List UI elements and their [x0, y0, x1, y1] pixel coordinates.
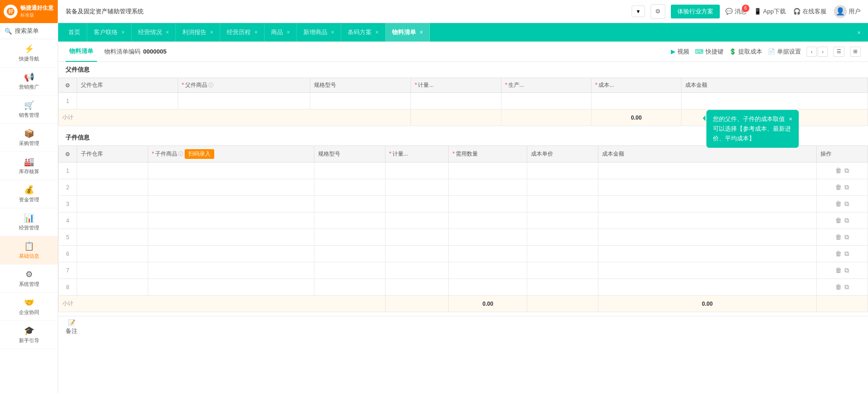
- child-row-6-copy-icon[interactable]: ⧉: [844, 250, 849, 258]
- sidebar-item-system[interactable]: ⚙ 系统管理: [0, 265, 58, 293]
- child-row-2-unit-cost[interactable]: [527, 179, 598, 196]
- child-row-4-spec[interactable]: [314, 212, 385, 229]
- child-row-3-qty[interactable]: [448, 196, 527, 212]
- child-row-6-unit[interactable]: [385, 246, 448, 262]
- sidebar-item-marketing[interactable]: 📢 营销推广: [0, 67, 58, 96]
- child-row-5-unit-cost[interactable]: [527, 229, 598, 246]
- tab-profit[interactable]: 利润报告 ×: [176, 23, 220, 42]
- child-row-6-product[interactable]: [148, 246, 314, 262]
- sidebar-item-purchase[interactable]: 📦 采购管理: [0, 124, 58, 152]
- video-action[interactable]: ▶ 视频: [671, 48, 689, 56]
- sidebar-item-finance[interactable]: 💰 资金管理: [0, 180, 58, 208]
- online-service-button[interactable]: 🎧 在线客服: [793, 7, 826, 16]
- parent-row-1-warehouse[interactable]: [77, 93, 178, 109]
- child-row-7-spec[interactable]: [314, 262, 385, 279]
- child-row-7-unit[interactable]: [385, 262, 448, 279]
- tab-new-goods[interactable]: 新增商品 ×: [297, 23, 341, 42]
- parent-row-1-unit[interactable]: [411, 93, 501, 109]
- tab-bom-close[interactable]: ×: [420, 29, 423, 36]
- child-row-4-unit-cost[interactable]: [527, 212, 598, 229]
- single-setting-action[interactable]: 📄 单据设置: [768, 48, 801, 56]
- child-row-8-unit[interactable]: [385, 279, 448, 296]
- parent-row-1-produce[interactable]: [501, 93, 591, 109]
- settings-gear-button[interactable]: ⚙: [651, 4, 665, 19]
- parent-row-1-spec[interactable]: [310, 93, 411, 109]
- child-row-3-spec[interactable]: [314, 196, 385, 212]
- cost-action[interactable]: 💲 提取成本: [729, 48, 762, 56]
- tab-operations-close[interactable]: ×: [166, 29, 169, 36]
- trial-button[interactable]: 体验行业方案: [671, 5, 720, 18]
- child-row-1-qty[interactable]: [448, 163, 527, 179]
- tooltip-close-button[interactable]: ×: [789, 115, 792, 124]
- user-button[interactable]: 👤 用户: [834, 5, 861, 18]
- tab-home[interactable]: 首页: [62, 23, 87, 42]
- sub-tab-bom-list[interactable]: 物料清单: [66, 42, 97, 62]
- child-row-3-delete-icon[interactable]: 🗑: [835, 200, 842, 208]
- tab-history-close[interactable]: ×: [254, 29, 258, 36]
- sidebar-item-guide[interactable]: 🎓 新手引导: [0, 321, 58, 349]
- child-col-settings[interactable]: ⚙: [59, 146, 77, 163]
- parent-row-1-amount[interactable]: [681, 93, 868, 109]
- sidebar-item-inventory[interactable]: 🏭 库存核算: [0, 152, 58, 180]
- tab-goods-close[interactable]: ×: [287, 29, 290, 36]
- child-row-4-product[interactable]: [148, 212, 314, 229]
- remark-button[interactable]: 📝 备注: [66, 319, 78, 335]
- child-row-2-warehouse[interactable]: [77, 179, 148, 196]
- sidebar-item-operations[interactable]: 📊 经营管理: [0, 208, 58, 236]
- child-row-6-warehouse[interactable]: [77, 246, 148, 262]
- tab-profit-close[interactable]: ×: [210, 29, 213, 36]
- shortcut-action[interactable]: ⌨ 快捷键: [695, 48, 723, 56]
- child-row-4-amount[interactable]: [598, 212, 816, 229]
- child-row-4-copy-icon[interactable]: ⧉: [844, 217, 849, 224]
- child-row-5-unit[interactable]: [385, 229, 448, 246]
- child-row-8-spec[interactable]: [314, 279, 385, 296]
- child-row-5-product[interactable]: [148, 229, 314, 246]
- child-row-7-unit-cost[interactable]: [527, 262, 598, 279]
- nav-next-button[interactable]: ›: [818, 47, 828, 57]
- child-row-7-amount[interactable]: [598, 262, 816, 279]
- child-row-3-unit[interactable]: [385, 196, 448, 212]
- child-row-3-warehouse[interactable]: [77, 196, 148, 212]
- tab-goods[interactable]: 商品 ×: [265, 23, 297, 42]
- child-row-3-copy-icon[interactable]: ⧉: [844, 200, 849, 208]
- child-row-2-amount[interactable]: [598, 179, 816, 196]
- child-row-1-unit[interactable]: [385, 163, 448, 179]
- parent-col-settings[interactable]: ⚙: [59, 78, 77, 93]
- tab-customer[interactable]: 客户联络 ×: [87, 23, 132, 42]
- child-row-6-qty[interactable]: [448, 246, 527, 262]
- child-row-2-copy-icon[interactable]: ⧉: [844, 183, 849, 191]
- child-row-3-product[interactable]: [148, 196, 314, 212]
- parent-product-info-icon[interactable]: ⓘ: [208, 82, 213, 88]
- child-row-8-warehouse[interactable]: [77, 279, 148, 296]
- child-row-8-delete-icon[interactable]: 🗑: [835, 283, 842, 291]
- child-row-5-warehouse[interactable]: [77, 229, 148, 246]
- child-row-8-product[interactable]: [148, 279, 314, 296]
- tab-new-goods-close[interactable]: ×: [331, 29, 334, 36]
- child-row-8-unit-cost[interactable]: [527, 279, 598, 296]
- child-row-5-delete-icon[interactable]: 🗑: [835, 233, 842, 241]
- child-row-4-delete-icon[interactable]: 🗑: [835, 217, 842, 224]
- child-row-1-spec[interactable]: [314, 163, 385, 179]
- child-row-6-unit-cost[interactable]: [527, 246, 598, 262]
- app-download-button[interactable]: 📱 App下载: [754, 7, 786, 16]
- child-row-1-amount[interactable]: [598, 163, 816, 179]
- child-row-2-delete-icon[interactable]: 🗑: [835, 183, 842, 191]
- child-row-4-unit[interactable]: [385, 212, 448, 229]
- child-row-5-amount[interactable]: [598, 229, 816, 246]
- child-row-3-unit-cost[interactable]: [527, 196, 598, 212]
- child-row-7-qty[interactable]: [448, 262, 527, 279]
- child-row-1-unit-cost[interactable]: [527, 163, 598, 179]
- child-row-3-amount[interactable]: [598, 196, 816, 212]
- child-row-1-copy-icon[interactable]: ⧉: [844, 167, 849, 175]
- child-row-7-product[interactable]: [148, 262, 314, 279]
- nav-menu-button[interactable]: ☰: [833, 47, 844, 57]
- system-dropdown[interactable]: ▾: [632, 6, 645, 17]
- child-product-info-icon[interactable]: ⓘ: [178, 151, 183, 157]
- tab-customer-close[interactable]: ×: [121, 29, 125, 36]
- tab-history[interactable]: 经营历程 ×: [220, 23, 265, 42]
- tab-bom[interactable]: 物料清单 ×: [386, 23, 430, 42]
- child-row-7-copy-icon[interactable]: ⧉: [844, 266, 849, 274]
- child-row-4-warehouse[interactable]: [77, 212, 148, 229]
- child-row-4-qty[interactable]: [448, 212, 527, 229]
- scan-input-button[interactable]: 扫码录入: [185, 149, 214, 159]
